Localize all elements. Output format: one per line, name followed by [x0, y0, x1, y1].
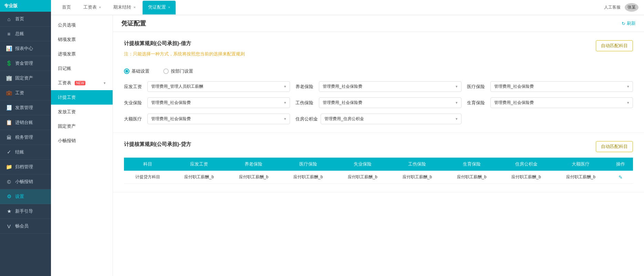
sidebar-item-guide[interactable]: ★ 新手引导: [0, 204, 51, 219]
gongshang-select[interactable]: 管理费用_社会保险费 ▾: [319, 97, 461, 108]
sidebar-item-xiaochangbaoxiao[interactable]: © 小畅报销: [0, 174, 51, 189]
expense-icon: ©: [6, 179, 12, 185]
yingfa-select[interactable]: 管理费用_管理人员职工薪酬 ▾: [147, 81, 290, 92]
sidebar-item-fixed-assets[interactable]: 🏢 固定资产: [0, 71, 51, 86]
gongjijin-label: 住房公积金: [295, 116, 318, 122]
field-yanglao: 养老保险 管理费用_社会保险费 ▾: [295, 81, 461, 92]
shiye-select[interactable]: 管理费用_社会保险费 ▾: [147, 97, 290, 108]
inner-sidebar-pay-salary[interactable]: 发放工资: [51, 105, 113, 119]
sidebar-item-purchase-sales[interactable]: 📋 进销台账: [0, 115, 51, 130]
gongjijin-select[interactable]: 管理费用_住房公积金 ▾: [321, 114, 461, 124]
layout-body: 公共选项 销项发票 进项发票 日记账 工资表 NEW ▾ 计提工资 发放工资: [51, 15, 644, 276]
daeyiliao-select[interactable]: 管理费用_社会保险费 ▾: [147, 114, 290, 124]
capital-icon: 💲: [6, 60, 12, 66]
guide-icon: ★: [6, 208, 12, 214]
sidebar-item-capital[interactable]: 💲 资金管理: [0, 56, 51, 71]
new-badge: NEW: [75, 81, 85, 85]
refresh-button[interactable]: ↻ 刷新: [622, 20, 636, 26]
row-shengyu: 应付职工薪酬_b: [445, 171, 499, 184]
sidebar-item-archive[interactable]: 📁 归档管理: [0, 160, 51, 174]
radio-dept-indicator: [163, 68, 169, 74]
select-chevron-icon: ▾: [456, 100, 458, 105]
credit-section-title: 计提核算规则(公司承担)-贷方: [124, 141, 191, 148]
sidebar-item-reports[interactable]: 📊 报表中心: [0, 41, 51, 56]
payroll-icon: 💼: [6, 90, 12, 96]
debit-auto-match-button[interactable]: 自动匹配科目: [596, 40, 633, 51]
gongshang-label: 工伤保险: [295, 100, 316, 106]
daeyiliao-label: 大额医疗: [124, 116, 145, 122]
settings-icon: ⚙: [6, 193, 12, 200]
row-gongjijin: 应付职工薪酬_b: [499, 171, 553, 184]
tab-voucher-config[interactable]: 凭证配置 ×: [143, 1, 176, 14]
shengyu-label: 生育保险: [467, 100, 488, 106]
invoice-icon: 🧾: [6, 105, 12, 111]
shengyu-select[interactable]: 管理费用_社会保险费 ▾: [490, 97, 633, 108]
tab-period-close-close[interactable]: ×: [133, 5, 135, 9]
radio-basic-indicator: [124, 68, 129, 74]
inner-sidebar-fixed-assets[interactable]: 固定资产: [51, 119, 113, 134]
field-gongshang: 工伤保险 管理费用_社会保险费 ▾: [295, 97, 461, 108]
tab-period-close[interactable]: 期末结转 ×: [108, 1, 141, 14]
chevron-down-icon: ▾: [104, 81, 106, 85]
sidebar-item-invoice[interactable]: 🧾 发票管理: [0, 100, 51, 115]
debit-section: 计提核算规则(公司承担)-借方 注：只能选择一种方式，系统将按照您当前的选择来配…: [113, 32, 644, 133]
inner-sidebar-journal[interactable]: 日记账: [51, 61, 113, 76]
tab-payroll-table-close[interactable]: ×: [99, 5, 101, 9]
sidebar-item-member[interactable]: V 畅会员: [0, 219, 51, 234]
credit-auto-match-button[interactable]: 自动匹配科目: [596, 141, 633, 152]
inner-sidebar-petty-expenses[interactable]: 小畅报销: [51, 134, 113, 148]
col-header-yanglao: 养老保险: [226, 158, 281, 171]
radio-dept-settings[interactable]: 按部门设置: [163, 68, 193, 74]
yanglao-select[interactable]: 管理费用_社会保险费 ▾: [319, 81, 461, 92]
sidebar-item-home[interactable]: ⌂ 首页: [0, 12, 51, 26]
close-acct-icon: ✓: [6, 149, 12, 155]
row-yanglao: 应付职工薪酬_b: [226, 171, 281, 184]
row-daeyiliao: 应付职工薪酬_b: [553, 171, 608, 184]
row-subject: 计提贷方科目: [124, 171, 172, 184]
ledger-icon: ≡: [6, 31, 12, 37]
inner-sidebar-payroll-table[interactable]: 工资表 NEW ▾: [51, 76, 113, 90]
inner-sidebar-public-options[interactable]: 公共选项: [51, 18, 113, 32]
sidebar-item-settings[interactable]: ⚙ 设置: [0, 189, 51, 204]
radio-basic-settings[interactable]: 基础设置: [124, 68, 149, 74]
sidebar-item-tax[interactable]: 🏛 税务管理: [0, 130, 51, 145]
col-header-shiye: 失业保险: [335, 158, 390, 171]
select-chevron-icon: ▾: [284, 84, 286, 89]
page-title: 凭证配置: [121, 19, 146, 28]
content-area: 凭证配置 ↻ 刷新 计提核算规则(公司承担)-借方 注：只能选择一种方式，系统将…: [113, 15, 644, 276]
select-chevron-icon: ▾: [284, 117, 286, 121]
tab-payroll-table[interactable]: 工资表 ×: [78, 1, 106, 14]
tax-icon: 🏛: [6, 135, 12, 140]
brand-label: 专业版: [0, 0, 51, 12]
sidebar-item-general-ledger[interactable]: ≡ 总账: [0, 26, 51, 41]
edit-icon[interactable]: ✎: [619, 174, 623, 180]
inner-sidebar-purchase-invoice[interactable]: 进项发票: [51, 47, 113, 61]
select-chevron-icon: ▾: [456, 117, 458, 121]
inner-sidebar: 公共选项 销项发票 进项发票 日记账 工资表 NEW ▾ 计提工资 发放工资: [51, 15, 113, 276]
sidebar-item-closing[interactable]: ✓ 结账: [0, 145, 51, 160]
tab-voucher-config-close[interactable]: ×: [168, 5, 170, 9]
field-yingfa-gongzi: 应发工资 管理费用_管理人员职工薪酬 ▾: [124, 81, 290, 92]
yanglao-label: 养老保险: [295, 84, 316, 90]
yiliao-label: 医疗保险: [467, 84, 488, 90]
sidebar-item-payroll[interactable]: 💼 工资: [0, 86, 51, 100]
col-header-gongjijin: 住房公积金: [499, 158, 553, 171]
yiliao-select[interactable]: 管理费用_社会保险费 ▾: [490, 81, 633, 92]
credit-section-header: 计提核算规则(公司承担)-贷方 自动匹配科目: [124, 141, 633, 152]
tab-bar: 首页 工资表 × 期末结转 × 凭证配置 × 人工客服 张某: [51, 0, 644, 15]
col-header-yiliao: 医疗保险: [281, 158, 335, 171]
select-chevron-icon: ▾: [627, 100, 629, 105]
col-header-subject: 科目: [124, 158, 172, 171]
table-row: 计提贷方科目 应付职工薪酬_b 应付职工薪酬_b 应付职工薪酬_b 应付职工薪酬…: [124, 171, 633, 184]
credit-section: 计提核算规则(公司承担)-贷方 自动匹配科目 科目 应发工资 养老保险 医疗保险…: [113, 133, 644, 192]
row-shiye: 应付职工薪酬_b: [335, 171, 390, 184]
debit-form-row-3: 大额医疗 管理费用_社会保险费 ▾ 住房公积金 管理费用_住房公积金 ▾: [124, 114, 633, 124]
tab-home[interactable]: 首页: [56, 1, 76, 14]
field-yiliao: 医疗保险 管理费用_社会保险费 ▾: [467, 81, 633, 92]
col-header-yingfa: 应发工资: [172, 158, 226, 171]
field-shengyu: 生育保险 管理费用_社会保险费 ▾: [467, 97, 633, 108]
main-content: 首页 工资表 × 期末结转 × 凭证配置 × 人工客服 张某 公共选项 销项发票: [51, 0, 644, 276]
row-edit-action[interactable]: ✎: [608, 171, 633, 184]
inner-sidebar-sales-invoice[interactable]: 销项发票: [51, 32, 113, 47]
inner-sidebar-accrual-payroll[interactable]: 计提工资: [51, 90, 113, 105]
